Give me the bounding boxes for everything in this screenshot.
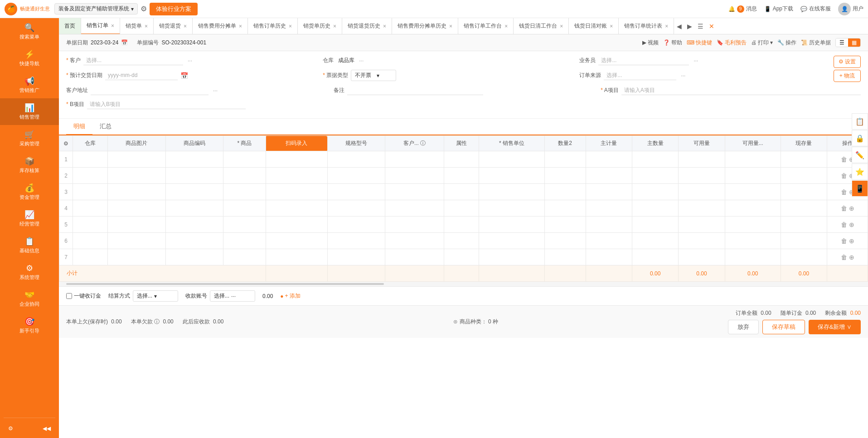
- cell-code[interactable]: [165, 151, 223, 168]
- float-settings-button[interactable]: ⚙ 设置: [834, 56, 861, 68]
- cell-spec[interactable]: [327, 168, 385, 184]
- tab-close-icon[interactable]: ×: [145, 23, 148, 29]
- tab-cash-goods-workbench[interactable]: 钱货日清工作台 ×: [514, 18, 569, 34]
- cell-spec[interactable]: [327, 249, 385, 265]
- cell-customer-code[interactable]: [385, 168, 444, 184]
- tab-close-icon[interactable]: ×: [610, 23, 613, 29]
- row-delete-btn[interactable]: 🗑: [841, 188, 847, 196]
- cell-stock[interactable]: [781, 184, 827, 200]
- cell-available2[interactable]: [725, 233, 781, 249]
- user-item[interactable]: 👤 用户: [838, 3, 863, 15]
- customer-dots-icon[interactable]: ···: [188, 58, 192, 64]
- cell-scan[interactable]: [266, 249, 327, 265]
- solution-button[interactable]: 体验行业方案: [150, 3, 198, 15]
- tab-return-history[interactable]: 销货退货历史 ×: [342, 18, 392, 34]
- tab-order-history[interactable]: 销售订单历史 ×: [248, 18, 298, 34]
- tab-next-icon[interactable]: ▶: [684, 23, 695, 30]
- cell-available[interactable]: [679, 151, 725, 168]
- cell-qty2[interactable]: [544, 233, 586, 249]
- tab-close-icon[interactable]: ×: [383, 23, 386, 29]
- cell-main-unit[interactable]: [586, 184, 632, 200]
- cell-unit[interactable]: [479, 233, 544, 249]
- row-copy-btn[interactable]: ⊕: [849, 205, 854, 212]
- tab-close-icon[interactable]: ×: [184, 23, 187, 29]
- cell-spec[interactable]: [327, 151, 385, 168]
- cell-stock[interactable]: [781, 200, 827, 217]
- th-settings[interactable]: ⚙: [59, 136, 73, 151]
- row-delete-btn[interactable]: 🗑: [841, 172, 847, 179]
- salesperson-dots-icon[interactable]: ···: [693, 58, 698, 64]
- float-logistics-button[interactable]: + 物流: [834, 70, 861, 82]
- order-source-input[interactable]: [604, 71, 676, 80]
- cell-qty2[interactable]: [544, 249, 586, 265]
- row-delete-btn[interactable]: 🗑: [841, 205, 847, 212]
- cell-available[interactable]: [679, 249, 725, 265]
- cell-qty2[interactable]: [544, 151, 586, 168]
- warehouse-dots-icon[interactable]: ···: [359, 58, 364, 64]
- cell-code[interactable]: [165, 233, 223, 249]
- cell-scan[interactable]: [266, 217, 327, 233]
- sidebar-item-sales[interactable]: 📊 销售管理: [0, 98, 59, 125]
- cell-unit[interactable]: [479, 168, 544, 184]
- print-action[interactable]: 🖨 打印 ▾: [751, 39, 773, 47]
- cell-unit[interactable]: [479, 184, 544, 200]
- sidebar-item-marketing[interactable]: 📢 营销推广: [0, 72, 59, 98]
- tab-slip-history[interactable]: 销货单历史 ×: [298, 18, 342, 34]
- row-copy-btn[interactable]: ⊕: [849, 221, 854, 228]
- sidebar-collapse-icon[interactable]: ◀◀: [39, 422, 54, 435]
- calendar-icon[interactable]: 📅: [121, 39, 128, 46]
- tab-menu-icon[interactable]: ☰: [695, 23, 706, 30]
- cell-main-unit[interactable]: [586, 168, 632, 184]
- tab-close-icon[interactable]: ×: [289, 23, 292, 29]
- row-delete-btn[interactable]: 🗑: [841, 254, 847, 261]
- salesperson-input[interactable]: [598, 56, 689, 65]
- right-icon-edit[interactable]: ✏️: [852, 147, 868, 163]
- cell-qty2[interactable]: [544, 184, 586, 200]
- order-source-dots-icon[interactable]: ···: [681, 72, 685, 79]
- tab-expense-split[interactable]: 销售费用分摊单 ×: [193, 18, 248, 34]
- tab-order-stats[interactable]: 销售订单统计表 ×: [619, 18, 674, 34]
- cell-product[interactable]: [223, 168, 266, 184]
- customer-input[interactable]: [83, 56, 183, 65]
- cell-main-qty[interactable]: [632, 249, 679, 265]
- cell-main-qty[interactable]: [632, 233, 679, 249]
- cell-image[interactable]: [108, 184, 165, 200]
- cell-customer-code[interactable]: [385, 233, 444, 249]
- cell-product[interactable]: [223, 249, 266, 265]
- tab-expense-history[interactable]: 销售费用分摊单历史 ×: [392, 18, 458, 34]
- cell-product[interactable]: [223, 233, 266, 249]
- cell-image[interactable]: [108, 217, 165, 233]
- cell-available[interactable]: [679, 184, 725, 200]
- row-delete-btn[interactable]: 🗑: [841, 237, 847, 245]
- cell-scan[interactable]: [266, 151, 327, 168]
- cell-unit[interactable]: [479, 217, 544, 233]
- save-draft-button[interactable]: 保存草稿: [762, 320, 805, 334]
- scrollbar-thumb[interactable]: [66, 283, 384, 285]
- tab-home[interactable]: 首页: [59, 18, 81, 34]
- cell-main-qty[interactable]: [632, 217, 679, 233]
- row-delete-btn[interactable]: 🗑: [841, 221, 847, 228]
- cell-main-unit[interactable]: [586, 200, 632, 217]
- address-dots-icon[interactable]: ···: [213, 87, 218, 94]
- tab-sales-return[interactable]: 销货退货 ×: [154, 18, 193, 34]
- project-b-input[interactable]: [87, 100, 246, 109]
- scrollbar-area[interactable]: [59, 282, 868, 286]
- right-icon-clipboard[interactable]: 📋: [852, 113, 868, 130]
- cell-unit[interactable]: [479, 249, 544, 265]
- account-select[interactable]: 选择... ···: [210, 290, 255, 302]
- cell-scan[interactable]: [266, 233, 327, 249]
- add-payment-btn[interactable]: ● + 添加: [280, 292, 301, 300]
- system-selector[interactable]: 装备及固定资产辅助管理系统 ▾: [54, 3, 138, 14]
- cell-main-qty[interactable]: [632, 151, 679, 168]
- cell-code[interactable]: [165, 217, 223, 233]
- tab-close-all-icon[interactable]: ✕: [706, 23, 717, 30]
- cell-warehouse[interactable]: [73, 200, 108, 217]
- delivery-calendar-icon[interactable]: 📅: [180, 72, 188, 79]
- tab-order-workbench[interactable]: 销售订单工作台 ×: [458, 18, 514, 34]
- row-copy-btn[interactable]: ⊕: [849, 237, 854, 245]
- cell-scan[interactable]: [266, 200, 327, 217]
- grid-view-btn[interactable]: ▦: [848, 39, 860, 47]
- sidebar-settings-icon[interactable]: ⚙: [5, 422, 17, 435]
- cell-warehouse[interactable]: [73, 217, 108, 233]
- right-icon-lock[interactable]: 🔒: [852, 130, 868, 146]
